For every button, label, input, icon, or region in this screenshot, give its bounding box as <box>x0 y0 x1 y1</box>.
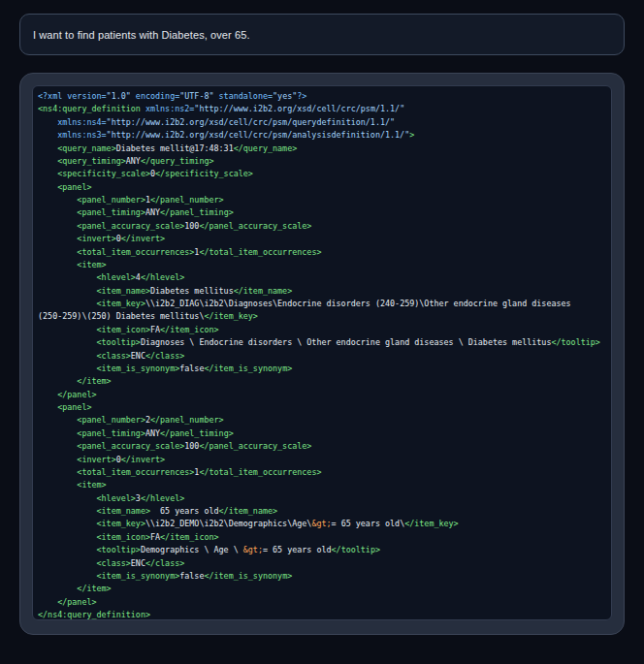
code-line: <item_icon>FA</item_icon> <box>38 531 605 544</box>
code-line: </ns4:query_definition> <box>38 609 605 620</box>
code-line: <item_is_synonym>false</item_is_synonym> <box>38 363 605 375</box>
code-line: <class>ENC</class> <box>38 557 605 570</box>
code-line: <item_is_synonym>false</item_is_synonym> <box>38 570 605 583</box>
code-line: <query_timing>ANY</query_timing> <box>38 155 605 168</box>
code-line: <tooltip>Demographics \ Age \ &gt;= 65 y… <box>38 544 605 556</box>
code-line: <hlevel>4</hlevel> <box>38 271 605 284</box>
code-line: <item_icon>FA</item_icon> <box>38 324 605 336</box>
user-prompt-card: I want to find patients with Diabetes, o… <box>19 14 625 55</box>
code-line: </panel> <box>38 389 605 401</box>
code-line: <tooltip>Diagnoses \ Endocrine disorders… <box>38 336 605 349</box>
code-line: <panel_number>2</panel_number> <box>38 414 605 427</box>
code-line: <invert>0</invert> <box>38 233 605 245</box>
code-line: <panel_timing>ANY</panel_timing> <box>38 206 605 219</box>
code-line: <item> <box>38 259 605 271</box>
code-line: <specificity_scale>0</specificity_scale> <box>38 168 605 180</box>
code-line: </item> <box>38 583 605 595</box>
code-line: <hlevel>3</hlevel> <box>38 492 605 505</box>
code-line: <item_name>Diabetes mellitus</item_name> <box>38 285 605 298</box>
code-line: <panel_timing>ANY</panel_timing> <box>38 427 605 440</box>
code-line: <total_item_occurrences>1</total_item_oc… <box>38 246 605 259</box>
code-line: <item> <box>38 479 605 491</box>
code-line: <panel_number>1</panel_number> <box>38 194 605 206</box>
code-line: <ns4:query_definition xmlns:ns2="http://… <box>38 103 605 115</box>
code-line: <item_key>\\i2b2_DIAG\i2b2\Diagnoses\End… <box>38 298 605 310</box>
code-line: xmlns:ns4="http://www.i2b2.org/xsd/cell/… <box>38 116 605 129</box>
code-line: <panel_accuracy_scale>100</panel_accurac… <box>38 440 605 453</box>
code-line: xmlns:ns3="http://www.i2b2.org/xsd/cell/… <box>38 129 605 142</box>
code-line: <item_key>\\i2b2_DEMO\i2b2\Demographics\… <box>38 518 605 530</box>
code-line: <class>ENC</class> <box>38 350 605 363</box>
code-line: <panel> <box>38 181 605 194</box>
code-line: (250-259)\(250) Diabetes mellitus\</item… <box>38 310 605 323</box>
code-line: <invert>0</invert> <box>38 454 605 466</box>
code-line: <?xml version="1.0" encoding="UTF-8" sta… <box>38 90 605 103</box>
code-line: <panel_accuracy_scale>100</panel_accurac… <box>38 220 605 233</box>
code-line: <panel> <box>38 401 605 414</box>
code-line: <total_item_occurrences>1</total_item_oc… <box>38 466 605 479</box>
xml-response-card: <?xml version="1.0" encoding="UTF-8" sta… <box>19 73 625 635</box>
user-prompt-text: I want to find patients with Diabetes, o… <box>33 29 250 41</box>
code-line: <query_name>Diabetes mellit@17:48:31</qu… <box>38 142 605 155</box>
code-block: <?xml version="1.0" encoding="UTF-8" sta… <box>32 85 612 620</box>
code-line: <item_name> 65 years old</item_name> <box>38 505 605 518</box>
code-line: </item> <box>38 375 605 388</box>
code-line: </panel> <box>38 596 605 609</box>
